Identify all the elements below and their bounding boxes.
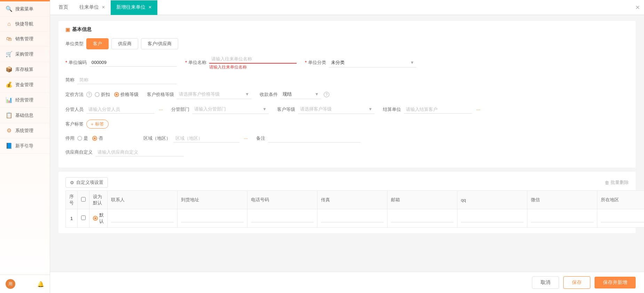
sidebar-item-operations[interactable]: 📊 经营管理 — [0, 92, 50, 108]
sidebar-item-guide[interactable]: 📘 新手引导 — [0, 138, 50, 154]
form-group-unit-name: 单位名称 请输入往来单位名称 — [185, 55, 297, 70]
sidebar-item-search[interactable]: 🔍 搜索菜单 — [0, 1, 50, 17]
form-row-tags: 客户标签 + 标签 — [65, 120, 629, 129]
table-header: ⚙ 自定义项设置 🗑 批量删除 — [65, 177, 629, 188]
unit-category-select[interactable]: 未分类 ▼ — [329, 58, 416, 67]
sidebar-item-label: 销售管理 — [15, 36, 33, 42]
inventory-icon: 📦 — [6, 66, 13, 73]
sidebar-item-label: 新手引导 — [15, 143, 33, 149]
disabled-yes-radio[interactable]: 是 — [77, 135, 88, 141]
close-all-icon[interactable]: ✕ — [634, 3, 641, 12]
sidebar-item-quicknav[interactable]: ⌂ 快捷导航 — [0, 17, 50, 32]
address-input[interactable] — [181, 214, 244, 222]
sidebar-item-basic[interactable]: 📋 基础信息 — [0, 108, 50, 123]
pricing-grade-radio[interactable]: 价格等级 — [114, 91, 139, 98]
select-all-checkbox[interactable] — [81, 197, 86, 202]
dept-placeholder: 请输入分管部门 — [194, 106, 261, 112]
tab-new-partner[interactable]: 新增往来单位 ✕ — [111, 0, 157, 15]
yes-radio-label: 是 — [84, 135, 88, 141]
section-title-text: 基本信息 — [72, 26, 92, 33]
customer-level-select[interactable]: 请选择客户等级 ▼ — [298, 105, 375, 114]
location-input[interactable] — [601, 214, 644, 222]
th-seq: 序号 — [66, 191, 78, 209]
add-tag-button[interactable]: + 标签 — [86, 120, 109, 129]
payment-terms-select[interactable]: 现结 ▼ — [281, 90, 321, 99]
pricing-discount-radio[interactable]: 折扣 — [95, 91, 110, 98]
tab-partners-label: 往来单位 — [79, 4, 99, 10]
td-default: 默认 — [89, 209, 108, 228]
tab-partners[interactable]: 往来单位 ✕ — [74, 0, 111, 15]
sidebar-item-label: 经营管理 — [15, 97, 33, 103]
contact-input[interactable] — [111, 214, 174, 222]
unit-name-error: 请输入往来单位名称 — [209, 64, 297, 70]
type-btn-customer[interactable]: 客户 — [86, 38, 109, 49]
tab-new-partner-close[interactable]: ✕ — [148, 5, 152, 10]
region-input[interactable] — [173, 134, 239, 143]
sidebar-item-sales[interactable]: 🛍 销售管理 — [0, 32, 50, 47]
form-group-abbr: 简称 — [65, 76, 177, 84]
wechat-input[interactable] — [531, 214, 594, 222]
page-footer: 取消 保存 保存并新增 — [50, 272, 644, 293]
td-wechat — [527, 209, 597, 228]
table-row: 1 默认 — [66, 209, 644, 228]
settlement-input[interactable] — [404, 105, 472, 114]
sound-icon: 🔔 — [37, 281, 44, 287]
default-radio[interactable]: 默认 — [93, 212, 104, 225]
payment-terms-help-icon[interactable]: ? — [324, 92, 329, 97]
save-new-button[interactable]: 保存并新增 — [595, 277, 636, 288]
delete-icon: 🗑 — [605, 180, 609, 185]
basic-info-section: ▣ 基本信息 单位类型 客户 供应商 客户/供应商 单位编码 — [58, 21, 636, 168]
dept-select[interactable]: 请输入分管部门 ▼ — [192, 105, 269, 114]
supplier-custom-input[interactable] — [95, 148, 184, 156]
fax-input[interactable] — [321, 214, 384, 222]
form-group-unit-code: 单位编码 — [65, 58, 177, 67]
no-radio-circle — [92, 136, 97, 141]
pricing-help-icon[interactable]: ? — [86, 92, 92, 97]
settlement-label: 结算单位 — [383, 106, 401, 113]
tab-partners-close[interactable]: ✕ — [102, 5, 105, 10]
guide-icon: 📘 — [6, 143, 13, 149]
customer-grade-label: 客户价格等级 — [147, 91, 174, 98]
custom-settings-label: 自定义项设置 — [76, 179, 103, 186]
form-group-region: 区域（地区） ··· — [143, 134, 248, 143]
td-email — [387, 209, 457, 228]
page-content: ▣ 基本信息 单位类型 客户 供应商 客户/供应商 单位编码 — [50, 15, 644, 272]
tab-home[interactable]: 首页 — [53, 0, 74, 15]
note-input[interactable] — [268, 134, 361, 143]
email-input[interactable] — [391, 214, 454, 222]
disabled-no-radio[interactable]: 否 — [92, 135, 103, 141]
type-btn-supplier[interactable]: 供应商 — [111, 38, 138, 49]
manager-input[interactable] — [86, 105, 155, 114]
region-more-icon[interactable]: ··· — [244, 136, 248, 141]
customer-grade-select[interactable]: 请选择客户价格等级 ▼ — [177, 90, 251, 99]
form-row-supplier-custom: 供应商自定义 — [65, 148, 629, 156]
type-btn-both[interactable]: 客户/供应商 — [141, 38, 178, 49]
manager-more-icon[interactable]: ··· — [159, 107, 163, 112]
tag-btn-label: 标签 — [95, 121, 104, 127]
disabled-label: 停用 — [65, 135, 74, 141]
qq-input[interactable] — [461, 214, 524, 222]
abbr-input[interactable] — [77, 76, 177, 84]
sidebar-item-system[interactable]: ⚙ 系统管理 — [0, 123, 50, 138]
custom-settings-button[interactable]: ⚙ 自定义项设置 — [65, 177, 108, 188]
contacts-section: ⚙ 自定义项设置 🗑 批量删除 序号 设为默认 联系人 — [58, 172, 636, 233]
unit-name-input[interactable] — [209, 55, 297, 64]
row-checkbox[interactable] — [81, 215, 86, 220]
unit-code-input[interactable] — [89, 58, 177, 67]
sidebar-item-purchase[interactable]: 🛒 采购管理 — [0, 47, 50, 62]
cancel-button[interactable]: 取消 — [532, 276, 559, 289]
avatar: 用 — [6, 279, 15, 289]
sidebar-item-inventory[interactable]: 📦 库存核算 — [0, 62, 50, 77]
default-radio-label: 默认 — [99, 212, 104, 225]
batch-delete-button[interactable]: 🗑 批量删除 — [605, 179, 629, 186]
sidebar-item-finance[interactable]: 💰 资金管理 — [0, 77, 50, 92]
save-button[interactable]: 保存 — [563, 276, 590, 289]
td-phone — [248, 209, 317, 228]
th-email: 邮箱 — [387, 191, 457, 209]
form-row-unit-type: 单位类型 客户 供应商 客户/供应商 — [65, 38, 629, 49]
phone-input[interactable] — [251, 214, 314, 222]
region-label: 区域（地区） — [143, 135, 171, 141]
type-buttons: 客户 供应商 客户/供应商 — [86, 38, 178, 49]
sidebar-item-label: 库存核算 — [15, 66, 33, 73]
settlement-more-icon[interactable]: ··· — [476, 107, 480, 112]
